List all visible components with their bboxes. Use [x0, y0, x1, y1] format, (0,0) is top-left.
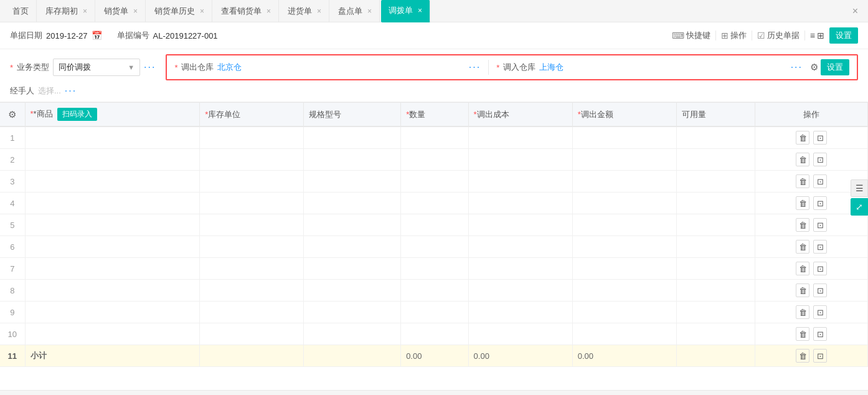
tab-inventory[interactable]: 盘点单 ×: [331, 0, 380, 22]
row-cost-10[interactable]: [468, 323, 572, 345]
row-qty-8[interactable]: [401, 280, 468, 302]
row-delete-btn-10[interactable]: 🗑: [796, 327, 809, 341]
row-product-2[interactable]: [25, 149, 200, 171]
row-unit-8[interactable]: [200, 280, 304, 302]
row-amount-8[interactable]: [572, 280, 676, 302]
row-cost-9[interactable]: [468, 302, 572, 323]
layout-icons-action[interactable]: ≡ ⊞: [810, 31, 824, 40]
table-gear-icon[interactable]: ⚙: [8, 109, 16, 120]
row-unit-7[interactable]: [200, 258, 304, 280]
in-warehouse-value[interactable]: 上海仓: [539, 62, 564, 73]
row-qty-2[interactable]: [401, 149, 468, 171]
row-unit-6[interactable]: [200, 236, 304, 258]
row-delete-btn-7[interactable]: 🗑: [796, 262, 809, 275]
row-available-10[interactable]: [676, 323, 755, 345]
tab-inventory-init-close[interactable]: ×: [83, 7, 87, 15]
out-warehouse-value[interactable]: 北京仓: [217, 62, 242, 73]
row-amount-7[interactable]: [572, 258, 676, 280]
tab-view-sales[interactable]: 查看销货单 ×: [214, 0, 279, 22]
person-select[interactable]: 选择...: [38, 85, 61, 97]
tab-purchase-order[interactable]: 进货单 ×: [280, 0, 329, 22]
row-available-7[interactable]: [676, 258, 755, 280]
row-spec-3[interactable]: [304, 171, 401, 193]
row-amount-6[interactable]: [572, 236, 676, 258]
row-unit-3[interactable]: [200, 171, 304, 193]
row-available-5[interactable]: [676, 214, 755, 236]
row-cost-1[interactable]: [468, 126, 572, 149]
row-qty-5[interactable]: [401, 214, 468, 236]
row-copy-btn-3[interactable]: ⊡: [813, 174, 827, 188]
row-product-5[interactable]: [25, 214, 200, 236]
row-unit-4[interactable]: [200, 193, 304, 214]
row-available-1[interactable]: [676, 126, 755, 149]
row-delete-btn-9[interactable]: 🗑: [796, 305, 809, 319]
row-cost-5[interactable]: [468, 214, 572, 236]
row-cost-2[interactable]: [468, 149, 572, 171]
row-product-10[interactable]: [25, 323, 200, 345]
row-qty-9[interactable]: [401, 302, 468, 323]
operate-action[interactable]: ⊞ 操作: [721, 30, 747, 41]
row-spec-6[interactable]: [304, 236, 401, 258]
row-amount-10[interactable]: [572, 323, 676, 345]
row-delete-btn-2[interactable]: 🗑: [796, 153, 809, 166]
row-product-3[interactable]: [25, 171, 200, 193]
row-qty-10[interactable]: [401, 323, 468, 345]
shortcut-action[interactable]: ⌨ 快捷键: [672, 30, 710, 41]
settings-button[interactable]: 设置: [829, 27, 858, 44]
row-qty-3[interactable]: [401, 171, 468, 193]
row-available-4[interactable]: [676, 193, 755, 214]
row-product-8[interactable]: [25, 280, 200, 302]
row-spec-10[interactable]: [304, 323, 401, 345]
business-more-icon[interactable]: ···: [144, 62, 156, 73]
calendar-icon[interactable]: 📅: [92, 31, 102, 40]
row-spec-1[interactable]: [304, 126, 401, 149]
tab-transfer[interactable]: 调拨单 ×: [381, 0, 430, 22]
tab-transfer-close[interactable]: ×: [418, 7, 422, 14]
warehouse-gear-icon[interactable]: ⚙: [810, 62, 818, 73]
tab-sales-history-close[interactable]: ×: [200, 7, 204, 15]
tab-home[interactable]: 首页: [5, 0, 37, 22]
row-copy-btn-4[interactable]: ⊡: [813, 196, 827, 210]
row-delete-btn-5[interactable]: 🗑: [796, 218, 809, 232]
row-copy-btn-8[interactable]: ⊡: [813, 283, 827, 297]
row-copy-btn-10[interactable]: ⊡: [813, 327, 827, 341]
window-close-button[interactable]: ×: [847, 6, 863, 17]
row-product-6[interactable]: [25, 236, 200, 258]
row-amount-4[interactable]: [572, 193, 676, 214]
row-copy-btn-6[interactable]: ⊡: [813, 240, 827, 254]
expand-tool-button[interactable]: ⤢: [851, 198, 868, 216]
row-cost-7[interactable]: [468, 258, 572, 280]
column-gear[interactable]: ⚙: [0, 103, 25, 126]
tab-purchase-order-close[interactable]: ×: [317, 7, 321, 15]
tab-inventory-close[interactable]: ×: [367, 7, 372, 15]
in-warehouse-more[interactable]: ···: [791, 62, 803, 73]
tab-sales-order-close[interactable]: ×: [133, 7, 138, 15]
row-cost-8[interactable]: [468, 280, 572, 302]
row-unit-9[interactable]: [200, 302, 304, 323]
row-cost-4[interactable]: [468, 193, 572, 214]
history-action[interactable]: ☑ 历史单据: [757, 30, 800, 41]
row-qty-1[interactable]: [401, 126, 468, 149]
scan-button[interactable]: 扫码录入: [57, 108, 97, 121]
row-delete-btn-4[interactable]: 🗑: [796, 196, 809, 210]
row-copy-btn-2[interactable]: ⊡: [813, 153, 827, 166]
row-delete-btn-3[interactable]: 🗑: [796, 174, 809, 188]
row-amount-1[interactable]: [572, 126, 676, 149]
row-delete-btn-8[interactable]: 🗑: [796, 283, 809, 297]
row-cost-6[interactable]: [468, 236, 572, 258]
row-spec-2[interactable]: [304, 149, 401, 171]
business-type-select[interactable]: 同价调拨 ▼: [53, 59, 140, 76]
warehouse-settings-button[interactable]: 设置: [821, 59, 849, 75]
row-product-7[interactable]: [25, 258, 200, 280]
tab-sales-order[interactable]: 销货单 ×: [97, 0, 146, 22]
row-spec-5[interactable]: [304, 214, 401, 236]
row-amount-2[interactable]: [572, 149, 676, 171]
row-copy-icon[interactable]: ⊡: [813, 349, 827, 363]
row-cost-3[interactable]: [468, 171, 572, 193]
row-copy-btn-1[interactable]: ⊡: [813, 131, 827, 145]
row-amount-5[interactable]: [572, 214, 676, 236]
person-more[interactable]: ···: [65, 85, 77, 97]
row-amount-9[interactable]: [572, 302, 676, 323]
row-unit-2[interactable]: [200, 149, 304, 171]
row-unit-5[interactable]: [200, 214, 304, 236]
